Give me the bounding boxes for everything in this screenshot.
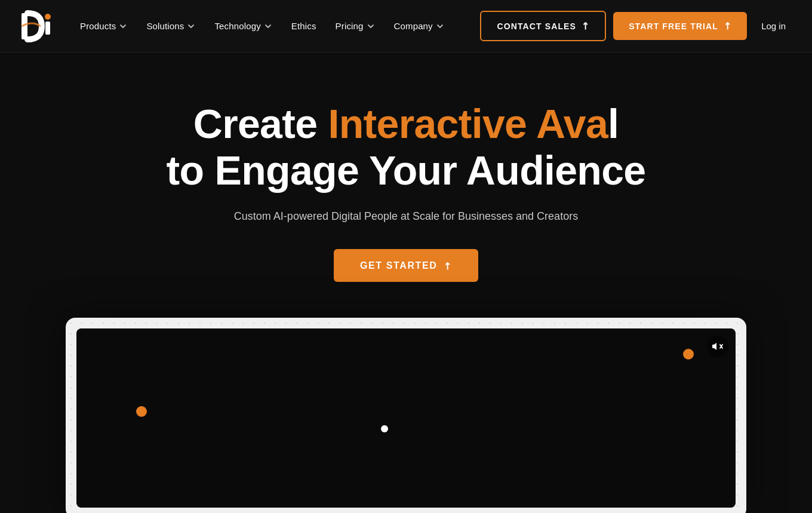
demo-frame (66, 318, 746, 513)
arrow-icon: ↗ (720, 19, 734, 33)
chevron-down-icon (264, 22, 272, 30)
login-button[interactable]: Log in (754, 16, 793, 36)
mute-icon (712, 340, 724, 352)
hero-title: Create Interactive Aval to Engage Your A… (24, 100, 788, 193)
nav-label-solutions: Solutions (146, 21, 184, 31)
navbar: Products Solutions Technology Ethics (0, 0, 812, 53)
hero-subtitle: Custom AI-powered Digital People at Scal… (24, 210, 788, 223)
chevron-down-icon (119, 22, 127, 30)
hero-section: Create Interactive Aval to Engage Your A… (0, 53, 812, 513)
hero-title-part3: l (608, 101, 619, 146)
contact-sales-button[interactable]: CONTACT SALES ↗ (480, 11, 606, 41)
nav-links: Products Solutions Technology Ethics (72, 16, 453, 36)
logo[interactable] (19, 8, 55, 44)
nav-item-ethics[interactable]: Ethics (283, 16, 325, 36)
nav-item-solutions[interactable]: Solutions (138, 16, 204, 36)
start-trial-label: START FREE TRIAL (629, 21, 718, 31)
nav-item-pricing[interactable]: Pricing (327, 16, 383, 36)
svg-point-1 (45, 14, 51, 20)
arrow-icon: ↗ (441, 259, 455, 273)
nav-right: CONTACT SALES ↗ START FREE TRIAL ↗ Log i… (480, 11, 793, 41)
nav-label-ethics: Ethics (291, 21, 316, 31)
chevron-down-icon (436, 22, 444, 30)
nav-item-products[interactable]: Products (72, 16, 136, 36)
chevron-down-icon (187, 22, 195, 30)
nav-item-technology[interactable]: Technology (206, 16, 280, 36)
nav-item-company[interactable]: Company (386, 16, 453, 36)
contact-sales-label: CONTACT SALES (497, 21, 576, 31)
nav-left: Products Solutions Technology Ethics (19, 8, 453, 44)
nav-label-products: Products (80, 21, 116, 31)
demo-video-inner (76, 328, 736, 508)
nav-label-pricing: Pricing (336, 21, 364, 31)
nav-label-company: Company (394, 21, 433, 31)
hero-title-part1: Create (193, 101, 328, 146)
start-trial-button[interactable]: START FREE TRIAL ↗ (613, 12, 747, 40)
nav-label-technology: Technology (214, 21, 260, 31)
hero-title-part2: Interactive Ava (328, 101, 608, 146)
login-label: Log in (761, 21, 786, 31)
chevron-down-icon (367, 22, 375, 30)
hero-title-line2: to Engage Your Audience (167, 148, 646, 193)
get-started-label: GET STARTED (360, 260, 437, 271)
get-started-button[interactable]: GET STARTED ↗ (334, 249, 478, 282)
svg-rect-2 (45, 21, 50, 35)
demo-video-area (76, 328, 736, 508)
arrow-icon: ↗ (578, 19, 592, 33)
